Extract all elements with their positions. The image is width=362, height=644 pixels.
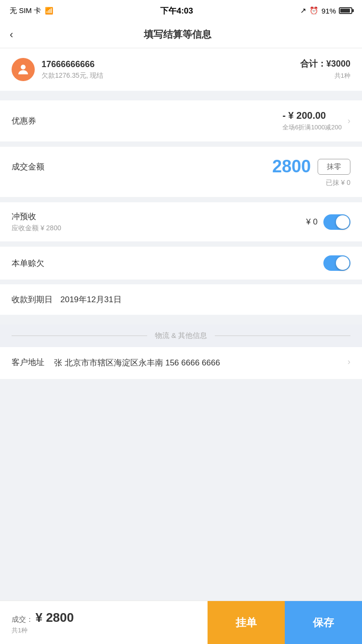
alarm-icon: ⏰ — [309, 6, 319, 15]
customer-sub: 欠款1276.35元, 现结 — [42, 71, 103, 80]
debt-section: 本单赊欠 — [0, 247, 362, 280]
avatar-icon — [16, 62, 30, 77]
address-section[interactable]: 客户地址 张 北京市市辖区海淀区永丰南 156 6666 6666 › — [0, 347, 362, 379]
customer-left: 17666666666 欠款1276.35元, 现结 — [12, 58, 103, 81]
prepayment-right: ¥ 0 — [306, 214, 350, 230]
bottom-amount: ¥ 2800 — [35, 610, 74, 625]
hang-button[interactable]: 挂单 — [208, 601, 285, 644]
customer-right: 合计：¥3000 共1种 — [300, 58, 350, 80]
address-label: 客户地址 — [12, 357, 44, 368]
back-button[interactable]: ‹ — [10, 28, 21, 41]
status-bar: 无 SIM 卡 📶 下午4:03 ↗ ⏰ 91% — [0, 0, 362, 21]
wifi-icon: 📶 — [45, 7, 53, 14]
prepayment-value: ¥ 0 — [306, 217, 318, 227]
amount-right: 2800 抹零 — [272, 156, 350, 177]
battery-icon — [339, 7, 352, 14]
header-line-left — [12, 336, 147, 336]
amount-row: 成交金额 2800 抹零 — [12, 156, 350, 177]
round-button[interactable]: 抹零 — [318, 159, 350, 175]
main-content: 17666666666 欠款1276.35元, 现结 合计：¥3000 共1种 … — [0, 48, 362, 504]
amount-sub: 已抹 ¥ 0 — [12, 179, 350, 187]
logistics-label: 物流 & 其他信息 — [155, 331, 207, 340]
coupon-right: - ¥ 200.00 全场6折满1000减200 › — [282, 110, 350, 132]
due-date-label: 收款到期日 — [12, 294, 53, 305]
customer-card: 17666666666 欠款1276.35元, 现结 合计：¥3000 共1种 — [0, 48, 362, 91]
divider-2 — [0, 142, 362, 147]
prepayment-toggle-knob — [336, 215, 349, 229]
due-date-section: 收款到期日 2019年12月31日 — [0, 284, 362, 315]
debt-label: 本单赊欠 — [12, 258, 44, 269]
divider-1 — [0, 96, 362, 100]
battery-percent: 91% — [321, 7, 336, 15]
location-icon: ↗ — [300, 6, 306, 15]
bottom-label-row: 成交： ¥ 2800 — [12, 610, 196, 625]
customer-info: 17666666666 欠款1276.35元, 现结 — [42, 59, 103, 80]
header-line-right — [215, 336, 350, 336]
coupon-chevron: › — [348, 116, 350, 126]
debt-toggle[interactable] — [323, 255, 350, 271]
debt-toggle-knob — [336, 256, 349, 270]
status-time: 下午4:03 — [160, 5, 193, 16]
logistics-header: 物流 & 其他信息 — [0, 324, 362, 347]
bottom-summary: 成交： ¥ 2800 共1种 — [0, 610, 208, 635]
divider-4 — [0, 320, 362, 324]
due-date-value: 2019年12月31日 — [60, 294, 122, 305]
amount-section: 成交金额 2800 抹零 已抹 ¥ 0 — [0, 147, 362, 197]
nav-bar: ‹ 填写结算等信息 — [0, 21, 362, 48]
address-value: 张 北京市市辖区海淀区永丰南 156 6666 6666 — [54, 357, 348, 369]
coupon-label: 优惠券 — [12, 115, 36, 126]
prepayment-sub: 应收金额 ¥ 2800 — [12, 224, 61, 233]
total-sub: 共1种 — [300, 71, 350, 80]
battery-fill — [340, 9, 350, 13]
coupon-row[interactable]: 优惠券 - ¥ 200.00 全场6折满1000减200 › — [0, 100, 362, 142]
customer-phone: 17666666666 — [42, 59, 103, 70]
amount-label: 成交金额 — [12, 161, 44, 172]
svg-point-0 — [21, 65, 26, 70]
status-left: 无 SIM 卡 📶 — [10, 6, 53, 15]
save-button[interactable]: 保存 — [285, 601, 362, 644]
prepayment-toggle[interactable] — [323, 214, 350, 230]
bottom-bar: 成交： ¥ 2800 共1种 挂单 保存 — [0, 601, 362, 644]
prepayment-row: 冲预收 应收金额 ¥ 2800 ¥ 0 — [0, 202, 362, 242]
avatar — [12, 58, 35, 81]
divider-3 — [0, 242, 362, 247]
bottom-sub: 共1种 — [12, 626, 196, 635]
prepayment-left: 冲预收 应收金额 ¥ 2800 — [12, 211, 61, 233]
bottom-label: 成交： — [12, 615, 33, 623]
amount-value: 2800 — [272, 156, 311, 177]
coupon-amount: - ¥ 200.00 — [282, 110, 342, 121]
page-title: 填写结算等信息 — [21, 28, 334, 41]
address-chevron: › — [348, 357, 350, 367]
total-amount: 合计：¥3000 — [300, 58, 350, 70]
bottom-spacer — [0, 379, 362, 456]
carrier-text: 无 SIM 卡 — [10, 6, 41, 15]
status-right: ↗ ⏰ 91% — [300, 6, 352, 15]
coupon-sub: 全场6折满1000减200 — [282, 123, 342, 132]
prepayment-label: 冲预收 — [12, 211, 61, 222]
